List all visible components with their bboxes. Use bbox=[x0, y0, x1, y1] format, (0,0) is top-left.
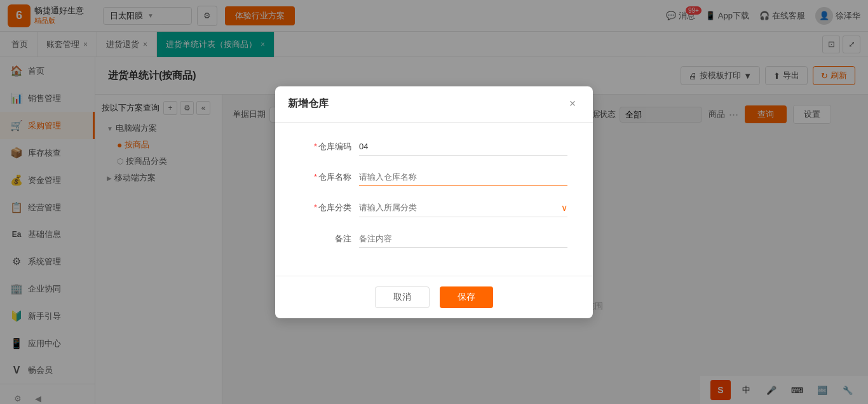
category-label: 仓库分类 bbox=[301, 202, 351, 213]
dialog-title: 新增仓库 bbox=[288, 97, 329, 111]
dialog-header: 新增仓库 × bbox=[275, 86, 593, 123]
name-label: 仓库名称 bbox=[301, 172, 351, 183]
new-warehouse-dialog: 新增仓库 × 仓库编码 仓库名称 仓库分类 ∨ bbox=[275, 86, 593, 318]
remark-label: 备注 bbox=[301, 233, 351, 245]
remark-input[interactable] bbox=[359, 230, 567, 248]
form-row-name: 仓库名称 bbox=[301, 168, 567, 186]
dialog-close-button[interactable]: × bbox=[565, 97, 580, 112]
form-row-category: 仓库分类 ∨ bbox=[301, 199, 567, 217]
code-input[interactable] bbox=[359, 138, 567, 156]
code-label: 仓库编码 bbox=[301, 141, 351, 152]
form-row-code: 仓库编码 bbox=[301, 138, 567, 156]
modal-overlay[interactable]: 新增仓库 × 仓库编码 仓库名称 仓库分类 ∨ bbox=[0, 0, 868, 404]
name-input[interactable] bbox=[359, 168, 567, 186]
dialog-footer: 取消 保存 bbox=[275, 276, 593, 318]
save-button[interactable]: 保存 bbox=[440, 286, 493, 308]
category-select-row: ∨ bbox=[359, 199, 567, 217]
cancel-button[interactable]: 取消 bbox=[375, 286, 430, 308]
category-input[interactable] bbox=[359, 203, 561, 212]
form-row-remark: 备注 bbox=[301, 230, 567, 248]
category-dropdown-icon[interactable]: ∨ bbox=[561, 203, 567, 213]
dialog-body: 仓库编码 仓库名称 仓库分类 ∨ 备注 bbox=[275, 123, 593, 276]
